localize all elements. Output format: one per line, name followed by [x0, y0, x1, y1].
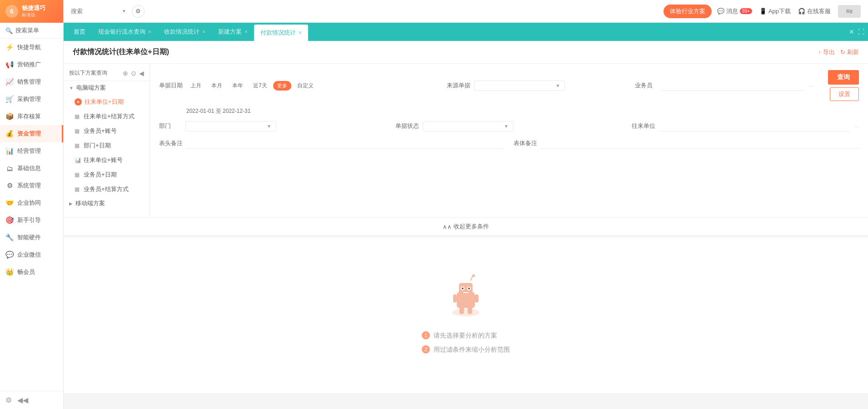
- customer-service-label: 在线客服: [807, 7, 831, 15]
- search-menu[interactable]: 🔍 搜索菜单: [0, 23, 63, 39]
- doc-status-label: 单据状态: [395, 122, 419, 130]
- tab-bank-flow[interactable]: 现金银行流水查询×: [92, 23, 158, 41]
- tab-payment-stats[interactable]: 付款情况统计×: [254, 25, 308, 41]
- close-window-btn[interactable]: ✕: [849, 28, 854, 35]
- trial-button[interactable]: 体验行业方案: [663, 5, 712, 18]
- sidebar-item-guide[interactable]: 🎯新手引导: [0, 212, 63, 229]
- date-btn-more[interactable]: 更多: [273, 81, 291, 91]
- sidebar-icon-operations: 📊: [5, 147, 14, 155]
- tab-close-bank-flow[interactable]: ×: [148, 29, 151, 35]
- sidebar-item-operations[interactable]: 📊经营管理: [0, 142, 63, 160]
- dept-select[interactable]: ▼: [185, 121, 276, 131]
- panel-collapse-icon[interactable]: ◀: [139, 70, 144, 77]
- header-note-input[interactable]: [186, 138, 504, 149]
- sidebar-item-hardware[interactable]: 🔧智能硬件: [0, 229, 63, 246]
- staff-filter-field: 业务员 ···: [635, 80, 813, 91]
- scheme-item-staff-account[interactable]: ▦业务员+账号: [64, 124, 150, 138]
- app-download-action[interactable]: 📱 App下载: [759, 7, 791, 15]
- breadcrumb-input[interactable]: [71, 8, 116, 15]
- partner-input[interactable]: [659, 121, 850, 131]
- add-scheme-icon[interactable]: ⊕: [123, 70, 128, 77]
- service-icon: 🎧: [798, 8, 805, 15]
- staff-input[interactable]: [661, 80, 805, 91]
- sidebar-item-member[interactable]: 👑畅会员: [0, 263, 63, 281]
- main-area: ▼ ⚙ 体验行业方案 💬 消息 99+ 📱 App下载 🎧 在线客服 Rit 首…: [64, 0, 868, 409]
- date-btn-this-month[interactable]: 本月: [207, 80, 226, 91]
- footer-settings-icon[interactable]: ⚙: [5, 396, 12, 404]
- message-action[interactable]: 💬 消息 99+: [717, 7, 752, 15]
- tab-close-new-scheme[interactable]: ×: [244, 29, 248, 35]
- scheme-icon-staff-date: ▦: [75, 172, 81, 178]
- scheme-item-staff-settlement[interactable]: ▦业务员+结算方式: [64, 182, 150, 197]
- scheme-group-title-desktop[interactable]: ▼电脑端方案: [64, 81, 150, 95]
- tab-close-collection-stats[interactable]: ×: [202, 29, 205, 35]
- svg-point-0: [452, 309, 479, 316]
- avatar[interactable]: Rit: [838, 5, 861, 18]
- header-settings-icon[interactable]: ⚙: [132, 5, 145, 18]
- empty-steps: 1 请先选择要分析的方案 2 用过滤条件来缩小分析范围: [422, 328, 510, 357]
- sidebar-item-cooperation[interactable]: 🤝企业协同: [0, 194, 63, 212]
- filter-row-1: 单据日期 上月 本月 本年 近7天 更多 自定义: [159, 70, 859, 101]
- scheme-icon-staff-account: ▦: [75, 128, 81, 134]
- partner-dots-icon[interactable]: ···: [854, 123, 859, 130]
- filter-section: 按以下方案查询 ⊕ ⊙ ◀ ▼电脑端方案●往来单位+日期▦往来单位+结算方式▦业…: [64, 64, 868, 236]
- scheme-item-partner-settlement[interactable]: ▦往来单位+结算方式: [64, 109, 150, 124]
- tab-close-payment-stats[interactable]: ×: [299, 30, 302, 36]
- left-panel-header: 按以下方案查询 ⊕ ⊙ ◀: [64, 69, 150, 81]
- tab-label-payment-stats: 付款情况统计: [260, 29, 296, 37]
- doc-status-filter-field: 单据状态 ▼: [395, 121, 623, 131]
- dept-label: 部门: [159, 122, 182, 130]
- date-btn-7days[interactable]: 近7天: [249, 80, 271, 91]
- scheme-group-title-mobile[interactable]: ▶移动端方案: [64, 197, 150, 210]
- tab-new-scheme[interactable]: 新建方案×: [212, 23, 254, 41]
- sidebar-icon-finance: 💰: [5, 130, 14, 138]
- scheme-item-partner-date[interactable]: ●往来单位+日期: [64, 95, 150, 109]
- tab-collection-stats[interactable]: 收款情况统计×: [158, 23, 212, 41]
- refresh-button[interactable]: ↻ 刷新: [840, 48, 859, 56]
- scheme-item-staff-date[interactable]: ▦业务员+日期: [64, 167, 150, 182]
- footer-collapse-icon[interactable]: ◀◀: [17, 396, 28, 404]
- sidebar-item-system[interactable]: ⚙系统管理: [0, 177, 63, 194]
- tab-label-bank-flow: 现金银行流水查询: [98, 28, 145, 36]
- sidebar-item-finance[interactable]: 💰资金管理: [0, 125, 63, 142]
- logo-icon: 6: [5, 5, 18, 18]
- filter-row-3: 表头备注 表体备注: [159, 138, 859, 149]
- staff-dots-icon[interactable]: ···: [808, 82, 813, 89]
- collapse-label: 收起更多条件: [454, 222, 489, 231]
- sidebar-label-operations: 经营管理: [17, 147, 41, 155]
- sidebar-icon-system: ⚙: [5, 182, 14, 190]
- date-range-buttons: 上月 本月 本年 近7天 更多 自定义: [186, 80, 318, 91]
- date-btn-custom[interactable]: 自定义: [293, 80, 318, 91]
- query-button[interactable]: 查询: [828, 70, 859, 85]
- dept-select-arrow: ▼: [267, 124, 271, 129]
- filter-settings-button[interactable]: 设置: [830, 87, 859, 101]
- sidebar-icon-cooperation: 🤝: [5, 199, 14, 207]
- sidebar-item-purchase[interactable]: 🛒采购管理: [0, 91, 63, 108]
- export-button[interactable]: ↑ 导出: [818, 48, 835, 56]
- sidebar-item-basic-info[interactable]: 🗂基础信息: [0, 160, 63, 177]
- sidebar-item-marketing[interactable]: 📢营销推广: [0, 56, 63, 73]
- scheme-settings-icon[interactable]: ⊙: [131, 70, 136, 77]
- message-badge: 99+: [740, 8, 752, 14]
- body-note-input[interactable]: [541, 138, 859, 149]
- breadcrumb-chevron[interactable]: ▼: [122, 9, 126, 14]
- tab-home[interactable]: 首页: [67, 23, 92, 41]
- scheme-item-partner-account[interactable]: 📊往来单位+账号: [64, 153, 150, 167]
- customer-service-action[interactable]: 🎧 在线客服: [798, 7, 831, 15]
- date-btn-last-month[interactable]: 上月: [186, 80, 205, 91]
- maximize-btn[interactable]: ⛶: [858, 28, 864, 35]
- date-btn-this-year[interactable]: 本年: [228, 80, 247, 91]
- doc-status-select[interactable]: ▼: [423, 121, 514, 131]
- right-filter: 单据日期 上月 本月 本年 近7天 更多 自定义: [150, 64, 868, 216]
- sidebar-item-quick-nav[interactable]: ⚡快捷导航: [0, 39, 63, 56]
- sidebar-icon-marketing: 📢: [5, 61, 14, 69]
- source-select[interactable]: ▼: [474, 81, 565, 91]
- sidebar-item-wechat[interactable]: 💬企业微信: [0, 246, 63, 263]
- sidebar-item-sales[interactable]: 📈销售管理: [0, 73, 63, 91]
- scheme-label-staff-settlement: 业务员+结算方式: [84, 185, 129, 193]
- collapse-button[interactable]: ∧∧ 收起更多条件: [443, 222, 489, 231]
- svg-point-5: [462, 288, 464, 289]
- scheme-item-dept-date[interactable]: ▦部门+日期: [64, 138, 150, 153]
- scheme-icon-partner-account: 📊: [75, 157, 81, 163]
- sidebar-item-inventory[interactable]: 📦库存核算: [0, 108, 63, 125]
